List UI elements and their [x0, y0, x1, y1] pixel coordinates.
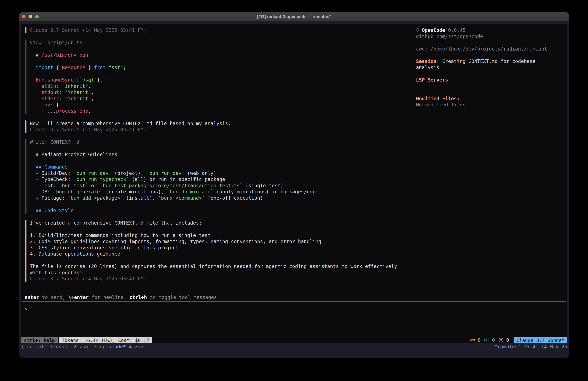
text-line: [416, 83, 547, 90]
text-line: env: {: [30, 102, 126, 108]
text-line: with this codebase.: [30, 269, 397, 276]
gray-quote-bar: [25, 40, 26, 114]
text-line: ## Code Style: [30, 207, 318, 214]
text-line: © OpenCode 0.0.45: [416, 27, 547, 33]
text-line: Claude 3.7 Sonnet (14 May 2025 03:41 PM): [30, 127, 231, 133]
orange-quote-bar: [25, 220, 26, 282]
text-line: ...process.env,: [30, 108, 126, 114]
help-chip[interactable]: ctrl+? help: [21, 337, 58, 343]
tool-write-block: Write: CONTEXT.md # Radiant Project Guid…: [25, 139, 397, 214]
terminal-pane[interactable]: Claude 3.7 Sonnet (14 May 2025 03:41 PM)…: [21, 24, 567, 343]
status-spacer: [152, 337, 470, 343]
tool-view-block: View: script/db.ts #!/usr/bin/env bun im…: [25, 40, 397, 114]
block-lines: Claude 3.7 Sonnet (14 May 2025 03:41 PM): [30, 27, 146, 33]
window-titlebar[interactable]: [2/3] radiant:3:opencode - "romulus": [19, 12, 569, 21]
text-line: github.com/sst/opencode: [416, 33, 547, 40]
block-lines: Write: CONTEXT.md # Radiant Project Guid…: [30, 139, 318, 214]
keybinding-hint: enter to send, \+enter for newline, ctrl…: [24, 294, 217, 301]
text-line: [30, 46, 126, 52]
block-lines: Now I'll create a comprehensive CONTEXT.…: [30, 120, 231, 133]
text-line: Write: CONTEXT.md: [30, 139, 318, 145]
diagnostic-badge-teal: ⓘ 0: [484, 337, 495, 343]
text-line: [30, 158, 318, 164]
text-line: 4. Database operations guidance: [30, 251, 397, 257]
text-line: The file is concise (20 lines) and captu…: [30, 263, 397, 269]
text-line: analysis: [416, 65, 547, 71]
text-line: [30, 145, 318, 152]
text-line: ## Commands: [30, 164, 318, 170]
text-line: [30, 201, 318, 207]
message-input[interactable]: >: [24, 306, 27, 312]
text-line: import { Resource } from "sst";: [30, 65, 126, 71]
terminal-window: [2/3] radiant:3:opencode - "romulus" Cla…: [19, 12, 569, 358]
text-line: No modified files: [416, 102, 547, 108]
text-line: Modified Files:: [416, 96, 547, 102]
text-line: [30, 58, 126, 65]
text-line: 1. Build/lint/test commands including ho…: [30, 232, 397, 239]
text-line: View: script/db.ts: [30, 40, 126, 46]
close-button[interactable]: [22, 15, 25, 18]
text-line: Claude 3.7 Sonnet (14 May 2025 03:41 PM): [30, 27, 146, 33]
diagnostics-badges: ⓦ 0ⓘ 0ⓗ 0: [470, 337, 509, 343]
tmux-status-bar: [radiant] 1:nvim 2:zsh- 3:opencode* 4:zs…: [21, 343, 567, 350]
tokens-cost-chip: Tokens: 16.4K (8%), Cost: $0.12: [59, 337, 152, 343]
text-line: Now I'll create a comprehensive CONTEXT.…: [30, 120, 231, 127]
text-line: [416, 40, 547, 46]
text-line: #!/usr/bin/env bun: [30, 52, 126, 58]
tmux-window-list[interactable]: [radiant] 1:nvim 2:zsh- 3:opencode* 4:zs…: [21, 344, 144, 350]
text-line: 3. CSS styling conventions specific to t…: [30, 245, 397, 251]
text-line: stderr: "inherit",: [30, 96, 126, 102]
input-divider: [22, 301, 566, 302]
text-line: [416, 71, 547, 77]
text-line: Bun.spawnSync([`psql`], {: [30, 77, 126, 83]
text-line: - Test: `bun test` or `bun test packages…: [30, 183, 318, 189]
block-lines: View: script/db.ts #!/usr/bin/env bun im…: [30, 40, 126, 114]
text-line: enter to send, \+enter for newline, ctrl…: [24, 294, 217, 301]
text-line: - TypeCheck: `bun run typecheck` (all) o…: [30, 176, 318, 183]
model-chip[interactable]: Claude 3.7 Sonnet: [514, 337, 567, 343]
text-line: stdout: "inherit",: [30, 89, 126, 96]
window-title: [2/3] radiant:3:opencode - "romulus": [257, 14, 331, 19]
prompt-caret: >: [24, 306, 27, 312]
text-line: stdin: "inherit",: [30, 83, 126, 90]
text-line: Session: Creating CONTEXT.md for codebas…: [416, 58, 547, 65]
orange-quote-bar: [25, 27, 26, 33]
window-controls: [22, 12, 39, 21]
assistant-message-block: Now I'll create a comprehensive CONTEXT.…: [25, 120, 397, 133]
tmux-session-info: "romulus" 15:41 14-May-25: [494, 344, 567, 350]
opencode-status-bar: ctrl+? help Tokens: 16.4K (8%), Cost: $0…: [21, 337, 567, 343]
minimize-button[interactable]: [29, 15, 32, 18]
text-line: 2. Code style guidelines covering import…: [30, 238, 397, 245]
assistant-summary-block: I've created a comprehensive CONTEXT.md …: [25, 220, 397, 282]
text-line: [416, 52, 547, 58]
text-line: [416, 89, 547, 96]
text-line: - Build/Dev: `bun run dev` (project), `b…: [30, 170, 318, 177]
orange-quote-bar: [25, 120, 26, 133]
text-line: - DB: `bun db generate` (create migratio…: [30, 189, 318, 195]
block-lines: I've created a comprehensive CONTEXT.md …: [30, 220, 397, 282]
text-line: Claude 3.7 Sonnet (14 May 2025 03:41 PM): [30, 276, 397, 282]
gray-quote-bar: [25, 139, 26, 214]
text-line: # Radiant Project Guidelines: [30, 151, 318, 158]
text-line: cwd: /home/thdxr/dev/projects/radiant/ra…: [416, 46, 547, 52]
text-line: LSP Servers: [416, 77, 547, 83]
text-line: I've created a comprehensive CONTEXT.md …: [30, 220, 397, 226]
assistant-header-block: Claude 3.7 Sonnet (14 May 2025 03:41 PM): [25, 27, 397, 33]
session-sidebar: © OpenCode 0.0.45github.com/sst/opencode…: [416, 27, 547, 108]
text-line: [30, 226, 397, 232]
text-line: [30, 257, 397, 264]
text-line: [30, 71, 126, 77]
diagnostic-badge-amber: ⓦ 0: [470, 337, 481, 343]
diagnostic-badge-white: ⓗ 0: [499, 337, 509, 343]
chat-transcript: Claude 3.7 Sonnet (14 May 2025 03:41 PM)…: [25, 27, 397, 288]
zoom-button[interactable]: [35, 15, 39, 18]
text-line: - Package: `bun add <package>` (install)…: [30, 195, 318, 201]
